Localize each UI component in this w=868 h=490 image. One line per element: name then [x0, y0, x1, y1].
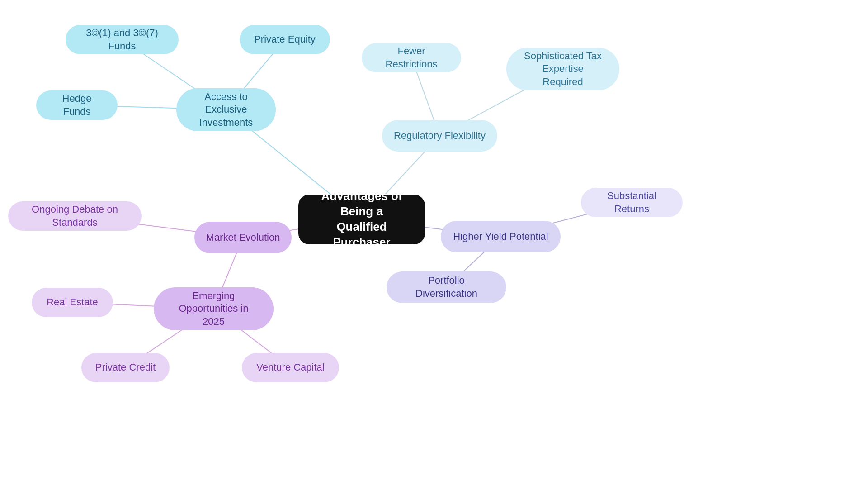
- center-node: Advantages of Being a Qualified Purchase…: [298, 195, 425, 244]
- mind-map-connections: [0, 0, 868, 490]
- funds-3c-node: 3©(1) and 3©(7) Funds: [66, 25, 179, 54]
- substantial-returns-label: Substantial Returns: [592, 190, 672, 215]
- private-credit-label: Private Credit: [95, 361, 156, 374]
- hedge-funds-node: Hedge Funds: [36, 90, 118, 120]
- center-label: Advantages of Being a Qualified Purchase…: [309, 189, 414, 250]
- real-estate-label: Real Estate: [47, 296, 98, 309]
- tax-expertise-label: Sophisticated Tax Expertise Required: [517, 50, 609, 89]
- portfolio-div-node: Portfolio Diversification: [387, 271, 506, 303]
- market-evolution-label: Market Evolution: [206, 231, 280, 244]
- emerging-opps-label: Emerging Opportunities in 2025: [165, 290, 263, 328]
- higher-yield-label: Higher Yield Potential: [453, 230, 548, 243]
- funds-3c-label: 3©(1) and 3©(7) Funds: [76, 27, 168, 52]
- venture-capital-node: Venture Capital: [242, 353, 339, 382]
- private-credit-node: Private Credit: [81, 353, 170, 382]
- higher-yield-node: Higher Yield Potential: [441, 221, 561, 252]
- venture-capital-label: Venture Capital: [256, 361, 324, 374]
- private-equity-node: Private Equity: [240, 25, 330, 54]
- fewer-restrictions-node: Fewer Restrictions: [362, 43, 461, 72]
- emerging-opps-node: Emerging Opportunities in 2025: [154, 287, 274, 330]
- private-equity-label: Private Equity: [254, 33, 316, 46]
- ongoing-debate-node: Ongoing Debate on Standards: [8, 201, 142, 231]
- portfolio-div-label: Portfolio Diversification: [397, 274, 495, 300]
- access-node: Access to Exclusive Investments: [176, 88, 276, 131]
- real-estate-node: Real Estate: [32, 288, 113, 317]
- regulatory-node: Regulatory Flexibility: [382, 120, 497, 152]
- hedge-funds-label: Hedge Funds: [47, 92, 107, 118]
- tax-expertise-node: Sophisticated Tax Expertise Required: [506, 48, 619, 90]
- market-evolution-node: Market Evolution: [194, 222, 292, 253]
- regulatory-label: Regulatory Flexibility: [394, 129, 486, 143]
- fewer-restrictions-label: Fewer Restrictions: [373, 45, 450, 71]
- access-label: Access to Exclusive Investments: [187, 90, 265, 129]
- substantial-returns-node: Substantial Returns: [581, 188, 683, 217]
- ongoing-debate-label: Ongoing Debate on Standards: [19, 203, 131, 229]
